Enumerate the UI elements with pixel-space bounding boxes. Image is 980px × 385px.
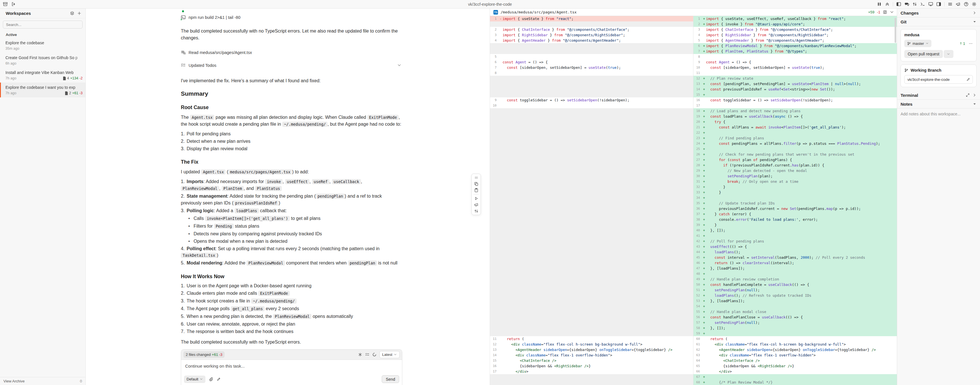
open-pr-button[interactable]: Open pull request xyxy=(904,50,943,58)
terminal-icon[interactable] xyxy=(920,2,925,6)
text: callback that: xyxy=(259,208,287,213)
attach-icon[interactable] xyxy=(209,377,213,381)
diff-row: 56+ const handlePlanClose = useCallback(… xyxy=(694,315,897,320)
workspace-item[interactable]: Explore the codebase I want you to exp7h… xyxy=(0,83,86,97)
list-item: 2.Claude enters plan mode and calls Exit… xyxy=(181,290,401,297)
archive-icon[interactable] xyxy=(3,2,8,6)
diff-scrollbar[interactable] xyxy=(894,18,896,43)
chevron-down-icon xyxy=(394,353,397,356)
diff-new-column: 1+import { useState, useEffect, useRef, … xyxy=(694,16,897,385)
branch-selector[interactable]: master xyxy=(904,40,931,47)
pen-icon[interactable] xyxy=(216,377,221,381)
collapse-unchanged-icon[interactable] xyxy=(883,10,887,14)
diff-filler-row xyxy=(490,298,693,304)
inline-code: Agent.tsx xyxy=(190,115,214,120)
diff-row: 29+ // New plan detected - open the moda… xyxy=(694,168,897,173)
megaphone-icon[interactable] xyxy=(956,2,961,6)
workspace-item[interactable]: Explore the codebase35m ago xyxy=(0,38,86,53)
todo-list-icon[interactable] xyxy=(365,352,369,357)
drag-handle-icon[interactable] xyxy=(474,175,479,180)
diff-filler-row xyxy=(490,76,693,81)
settings-gear-icon[interactable] xyxy=(972,2,977,6)
list-marker: 6. xyxy=(181,321,185,326)
announce-icon[interactable] xyxy=(474,202,479,207)
diff-filler-row xyxy=(490,135,693,141)
menu-icon[interactable] xyxy=(948,2,953,6)
monitor-icon[interactable] xyxy=(928,2,933,6)
panel-right-icon[interactable] xyxy=(936,2,941,6)
todos-icon xyxy=(181,63,186,68)
notes-section-header[interactable]: Notes xyxy=(897,100,980,108)
tool-call-row[interactable]: Read medusa/src/pages/Agent.tsx xyxy=(181,50,401,55)
title-bar: vk/3ccf-explore-the-code xyxy=(0,0,980,9)
workspace-diff-stats: 2+61-3 xyxy=(65,91,83,95)
diff-row: 61 <div className="flex flex-col h-scree… xyxy=(694,342,897,347)
chevron-down-icon xyxy=(972,20,977,24)
files-changed-badge[interactable]: 2 files changed +61 -3 xyxy=(183,351,224,358)
additions-count: +61 xyxy=(212,352,218,357)
diff-header: TS /medusa/medusa/src/pages/Agent.tsx +5… xyxy=(490,9,897,16)
message-input[interactable]: Continue working on this task... xyxy=(181,360,402,368)
diff-row: 64 <ChatInterface /> xyxy=(694,358,897,363)
send-button[interactable]: Send xyxy=(382,375,399,383)
git-compare-icon[interactable] xyxy=(912,2,917,6)
pr-dropdown-button[interactable] xyxy=(944,50,953,58)
repo-card: medusa master 1 Open pull request xyxy=(900,29,977,61)
search-input[interactable] xyxy=(3,21,83,29)
edit-pencil-icon[interactable] xyxy=(966,77,970,81)
chevrons-up-icon[interactable] xyxy=(885,2,890,6)
view-archive-link[interactable]: View Archive xyxy=(3,379,25,383)
sign-out-icon[interactable] xyxy=(11,2,16,6)
list-item: 2.Detect when a new plan arrives xyxy=(181,138,401,145)
spark-icon[interactable] xyxy=(358,352,362,357)
text: Poll for pending plans xyxy=(186,131,231,136)
workspace-item[interactable]: Create Good First Issues on Github So p6… xyxy=(0,53,86,68)
more-options-icon[interactable] xyxy=(969,41,973,46)
git-section-header[interactable]: Git xyxy=(897,18,980,26)
chevron-down-icon[interactable] xyxy=(397,63,401,67)
working-branch-input[interactable] xyxy=(907,77,966,82)
add-workspace-icon[interactable] xyxy=(77,11,81,16)
diff-row: 36+ previousPlanIdsRef.current = new Set… xyxy=(694,206,897,212)
text: ) to add: xyxy=(292,169,309,174)
chevron-down-icon[interactable] xyxy=(890,10,894,14)
panel-left-icon[interactable] xyxy=(896,2,901,6)
help-icon[interactable] xyxy=(964,2,969,6)
clipboard-icon[interactable] xyxy=(474,188,479,192)
workspace-time: 7h ago xyxy=(5,76,16,80)
notes-label: Notes xyxy=(900,102,913,107)
list-item: 5.When a new pending plan is detected, t… xyxy=(181,313,401,320)
diff-row: 6const Agent = () => { xyxy=(490,59,693,65)
tool-call-row[interactable]: Updated Todos xyxy=(181,63,401,68)
changes-section-header[interactable]: Changes xyxy=(897,9,980,18)
comments-icon[interactable] xyxy=(904,2,909,6)
diff-filler-row xyxy=(490,217,693,222)
compare-arrows-icon[interactable] xyxy=(474,209,479,213)
text: : Added necessary imports for xyxy=(204,179,265,184)
latest-dropdown[interactable]: Latest xyxy=(379,351,400,358)
notes-placeholder[interactable]: Add notes about this workspace... xyxy=(897,108,980,119)
app-window: vk/3ccf-explore-the-code Workspaces xyxy=(0,0,980,385)
layers-icon[interactable] xyxy=(70,11,74,16)
list-item: 3.The hook script creates a file in ~/.m… xyxy=(181,298,401,304)
mode-dropdown[interactable]: Default xyxy=(184,375,205,383)
text: : Added the xyxy=(222,261,247,265)
workspace-list: Explore the codebase35m agoCreate Good F… xyxy=(0,38,86,97)
diff-row: 33+ } xyxy=(694,189,897,195)
diff-row: 46+ return () => clearInterval(interval)… xyxy=(694,260,897,266)
inline-code: loadPlans xyxy=(235,208,259,213)
terminal-section-header[interactable]: Terminal xyxy=(897,91,980,100)
list-marker: • xyxy=(188,224,190,229)
diff-row: 32+ } xyxy=(694,184,897,189)
expand-icon[interactable] xyxy=(966,93,970,97)
text: : Added state for tracking the pending p… xyxy=(228,194,316,199)
pause-icon[interactable] xyxy=(877,2,882,6)
workspace-item[interactable]: Install and integrate Vibe Kanban Web7h … xyxy=(0,68,86,83)
commits-ahead-badge: 1 xyxy=(959,41,965,46)
diff-row: 37+ } catch (error) { xyxy=(694,212,897,217)
copy-icon[interactable] xyxy=(474,181,479,186)
tool-call-row[interactable]: npm run build 2>&1 | tail -80 xyxy=(181,15,401,20)
play-icon[interactable] xyxy=(474,196,479,201)
text: The Agent page polls xyxy=(186,306,231,311)
diff-row: 42+ // Poll for pending plans xyxy=(694,239,897,244)
